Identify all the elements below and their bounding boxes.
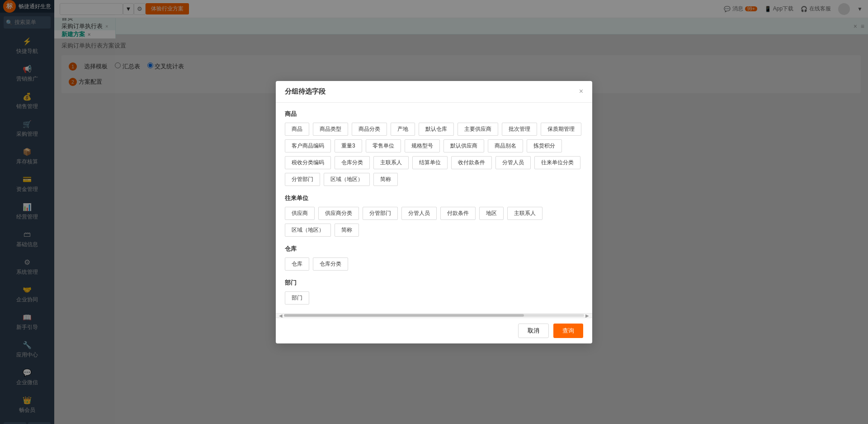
field-section-3: 部门部门 bbox=[285, 279, 583, 305]
field-tag-2-1[interactable]: 仓库分类 bbox=[313, 257, 348, 271]
field-tag-1-2[interactable]: 分管部门 bbox=[363, 207, 398, 220]
field-tag-0-17[interactable]: 主联系人 bbox=[373, 156, 409, 169]
field-tag-0-20[interactable]: 分管人员 bbox=[495, 156, 531, 169]
field-tag-1-7[interactable]: 区域（地区） bbox=[285, 224, 331, 237]
hscroll-track bbox=[284, 314, 584, 317]
field-section-title-3: 部门 bbox=[285, 279, 583, 287]
field-tag-0-5[interactable]: 主要供应商 bbox=[458, 123, 498, 136]
field-section-title-1: 往来单位 bbox=[285, 194, 583, 202]
field-section-title-2: 仓库 bbox=[285, 245, 583, 253]
confirm-button[interactable]: 查询 bbox=[553, 324, 583, 338]
hscroll-thumb bbox=[284, 314, 524, 317]
modal-title: 分组待选字段 bbox=[285, 87, 326, 96]
field-tags-1: 供应商供应商分类分管部门分管人员付款条件地区主联系人区域（地区）简称 bbox=[285, 207, 583, 237]
field-tag-1-5[interactable]: 地区 bbox=[479, 207, 504, 220]
field-tag-0-2[interactable]: 商品分类 bbox=[352, 123, 387, 136]
field-tag-1-0[interactable]: 供应商 bbox=[285, 207, 315, 220]
field-tag-0-9[interactable]: 重量3 bbox=[335, 139, 362, 152]
field-tags-0: 商品商品类型商品分类产地默认仓库主要供应商批次管理保质期管理客户商品编码重量3零… bbox=[285, 123, 583, 186]
field-tag-0-21[interactable]: 往来单位分类 bbox=[534, 156, 580, 169]
field-tag-0-19[interactable]: 收付款条件 bbox=[451, 156, 492, 169]
field-tag-1-3[interactable]: 分管人员 bbox=[401, 207, 437, 220]
field-tag-0-23[interactable]: 区域（地区） bbox=[324, 173, 370, 186]
modal-horizontal-scrollbar[interactable]: ◀ ▶ bbox=[276, 313, 592, 318]
field-tag-1-8[interactable]: 简称 bbox=[335, 224, 359, 237]
field-tag-0-18[interactable]: 结算单位 bbox=[412, 156, 448, 169]
field-section-0: 商品商品商品类型商品分类产地默认仓库主要供应商批次管理保质期管理客户商品编码重量… bbox=[285, 110, 583, 186]
field-tag-0-24[interactable]: 简称 bbox=[373, 173, 398, 186]
field-tag-1-1[interactable]: 供应商分类 bbox=[318, 207, 359, 220]
field-tag-0-16[interactable]: 仓库分类 bbox=[335, 156, 370, 169]
modal-body[interactable]: 商品商品商品类型商品分类产地默认仓库主要供应商批次管理保质期管理客户商品编码重量… bbox=[276, 103, 592, 313]
field-section-2: 仓库仓库仓库分类 bbox=[285, 245, 583, 271]
field-tag-0-22[interactable]: 分管部门 bbox=[285, 173, 320, 186]
field-tag-0-0[interactable]: 商品 bbox=[285, 123, 309, 136]
modal-overlay: 分组待选字段 × 商品商品商品类型商品分类产地默认仓库主要供应商批次管理保质期管… bbox=[0, 0, 868, 424]
field-section-title-0: 商品 bbox=[285, 110, 583, 118]
modal-header: 分组待选字段 × bbox=[276, 81, 592, 103]
field-tag-0-7[interactable]: 保质期管理 bbox=[541, 123, 581, 136]
field-tag-0-15[interactable]: 税收分类编码 bbox=[285, 156, 331, 169]
field-tag-0-10[interactable]: 零售单位 bbox=[366, 139, 401, 152]
field-section-1: 往来单位供应商供应商分类分管部门分管人员付款条件地区主联系人区域（地区）简称 bbox=[285, 194, 583, 237]
field-tag-0-4[interactable]: 默认仓库 bbox=[419, 123, 454, 136]
field-tag-0-6[interactable]: 批次管理 bbox=[502, 123, 537, 136]
field-tags-3: 部门 bbox=[285, 291, 583, 305]
field-tag-1-6[interactable]: 主联系人 bbox=[507, 207, 542, 220]
field-tag-0-1[interactable]: 商品类型 bbox=[313, 123, 348, 136]
field-tag-0-3[interactable]: 产地 bbox=[391, 123, 415, 136]
field-tag-0-14[interactable]: 拣货积分 bbox=[527, 139, 562, 152]
field-tag-0-8[interactable]: 客户商品编码 bbox=[285, 139, 331, 152]
field-tag-0-11[interactable]: 规格型号 bbox=[405, 139, 440, 152]
field-tags-2: 仓库仓库分类 bbox=[285, 257, 583, 271]
modal-footer: 取消 查询 bbox=[276, 318, 592, 343]
field-tag-1-4[interactable]: 付款条件 bbox=[440, 207, 476, 220]
field-tag-3-0[interactable]: 部门 bbox=[285, 291, 309, 305]
modal-close-button[interactable]: × bbox=[579, 87, 583, 95]
field-tag-0-12[interactable]: 默认供应商 bbox=[443, 139, 484, 152]
field-tag-2-0[interactable]: 仓库 bbox=[285, 257, 309, 271]
field-tag-0-13[interactable]: 商品别名 bbox=[488, 139, 523, 152]
field-select-modal: 分组待选字段 × 商品商品商品类型商品分类产地默认仓库主要供应商批次管理保质期管… bbox=[276, 81, 592, 343]
cancel-button[interactable]: 取消 bbox=[518, 324, 549, 338]
